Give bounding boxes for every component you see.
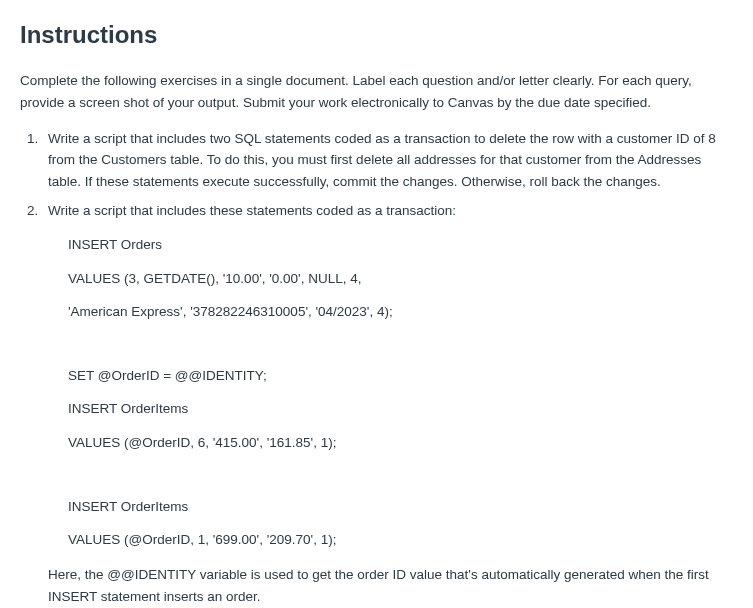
exercise-1-text: Write a script that includes two SQL sta… (48, 131, 716, 189)
exercise-list: Write a script that includes two SQL sta… (20, 128, 733, 608)
page-heading: Instructions (20, 16, 733, 54)
code-line: 'American Express', '378282246310005', '… (68, 301, 733, 323)
code-gap (68, 335, 733, 353)
exercise-item-1: Write a script that includes two SQL sta… (42, 128, 733, 193)
exercise-2-text: Write a script that includes these state… (48, 203, 456, 218)
code-line: INSERT OrderItems (68, 398, 733, 420)
code-line: SET @OrderID = @@IDENTITY; (68, 365, 733, 387)
code-line: INSERT OrderItems (68, 496, 733, 518)
code-gap (68, 466, 733, 484)
exercise-2-code-block: INSERT OrdersVALUES (3, GETDATE(), '10.0… (48, 234, 733, 551)
exercise-item-2: Write a script that includes these state… (42, 200, 733, 608)
code-line: INSERT Orders (68, 234, 733, 256)
code-line: VALUES (3, GETDATE(), '10.00', '0.00', N… (68, 268, 733, 290)
exercise-2-explain-1: Here, the @@IDENTITY variable is used to… (48, 564, 733, 607)
instructions-intro: Complete the following exercises in a si… (20, 70, 733, 113)
code-line: VALUES (@OrderID, 6, '415.00', '161.85',… (68, 432, 733, 454)
code-line: VALUES (@OrderID, 1, '699.00', '209.70',… (68, 529, 733, 551)
